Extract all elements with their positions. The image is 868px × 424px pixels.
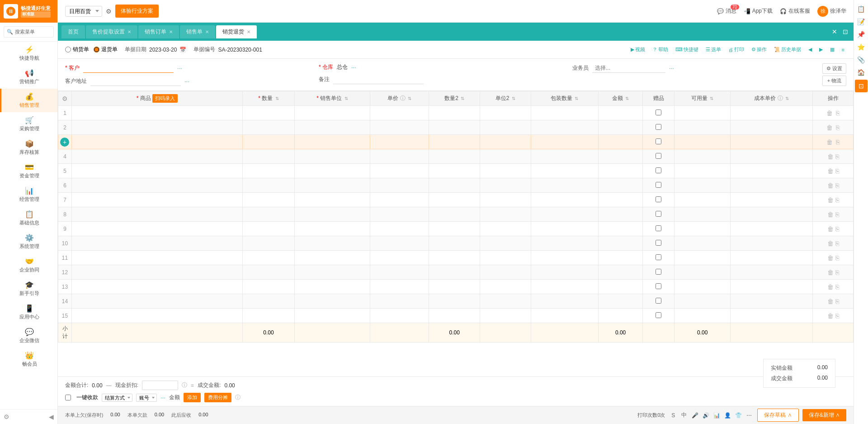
add-row-cell[interactable]: + (58, 135, 72, 149)
online-service-button[interactable]: 🎧 在线客服 (780, 7, 810, 15)
print-btn[interactable]: 🖨 打印 (726, 45, 746, 54)
right-panel-btn-1[interactable]: 📋 (856, 4, 867, 14)
row-1-amount[interactable] (598, 106, 642, 120)
collapse-btn[interactable]: ◀ (49, 413, 54, 420)
row-1-qty[interactable] (242, 106, 294, 120)
row-3-qty2[interactable] (429, 135, 480, 149)
available-sort-icon[interactable]: ⇅ (710, 96, 713, 101)
price-sort-icon[interactable]: ⇅ (408, 96, 411, 101)
row-3-gift[interactable] (643, 135, 675, 149)
sidebar-item-inventory[interactable]: 📦 库存核算 (0, 136, 57, 159)
message-button[interactable]: 💬 消息 70 (717, 7, 736, 15)
tab-sales-close[interactable]: ✕ (205, 29, 209, 34)
video-btn[interactable]: ▶ 视频 (629, 45, 647, 54)
sidebar-item-wechat[interactable]: 💬 企业微信 (0, 324, 57, 348)
row-1-price[interactable] (370, 106, 429, 120)
tab-price-extract[interactable]: 售价提取设置 ✕ (86, 25, 137, 38)
cost-sort-icon[interactable]: ⇅ (785, 96, 789, 101)
save-new-btn[interactable]: 保存&新增 ∧ (802, 409, 846, 421)
row-11-copy-btn[interactable]: ⎘ (835, 253, 840, 262)
row-5-delete-btn[interactable]: 🗑 (826, 167, 835, 176)
row-2-cost-price[interactable] (731, 120, 813, 135)
row-2-qty2[interactable] (429, 120, 480, 135)
experience-button[interactable]: 体验行业方案 (115, 5, 159, 18)
row-1-pack-qty[interactable] (531, 106, 598, 120)
row-2-qty[interactable] (242, 120, 294, 135)
operation-btn[interactable]: ⚙ 操作 (750, 45, 769, 54)
unit2-sort-icon[interactable]: ⇅ (512, 96, 515, 101)
settings-side-btn[interactable]: ⚙ 设置 (822, 63, 846, 74)
row-2-gift[interactable] (643, 120, 675, 135)
search-menu-button[interactable]: 🔍 搜索菜单 (4, 26, 54, 38)
th-gear[interactable]: ⚙ (58, 91, 72, 106)
row-14-copy-btn[interactable]: ⎘ (835, 297, 840, 306)
row-6-delete-btn[interactable]: 🗑 (826, 181, 835, 190)
row-4-copy-btn[interactable]: ⎘ (835, 152, 840, 161)
settings-bottom-btn[interactable]: ⚙ (4, 413, 9, 420)
row-6-copy-btn[interactable]: ⎘ (835, 181, 840, 190)
address-input[interactable] (90, 76, 181, 86)
amount-sort-icon[interactable]: ⇅ (625, 96, 629, 101)
row-2-product[interactable] (72, 120, 243, 135)
sidebar-item-sales[interactable]: 💰 销售管理 (0, 89, 57, 112)
tab-home[interactable]: 首页 (61, 25, 85, 38)
row-12-copy-btn[interactable]: ⎘ (835, 268, 840, 277)
row-2-pack-qty[interactable] (531, 120, 598, 135)
sidebar-item-newbie[interactable]: 🎓 新手引导 (0, 277, 57, 300)
row-15-delete-btn[interactable]: 🗑 (826, 311, 835, 320)
settlement-select[interactable]: 结算方式 (102, 394, 132, 402)
qty2-sort-icon[interactable]: ⇅ (461, 96, 464, 101)
row-3-available[interactable] (675, 135, 731, 149)
staff-input[interactable] (592, 63, 665, 73)
date-icon[interactable]: 📅 (179, 47, 186, 53)
row-2-unit2[interactable] (480, 120, 531, 135)
add-row-btn[interactable]: + (60, 138, 69, 147)
row-8-copy-btn[interactable]: ⎘ (835, 210, 840, 219)
right-panel-btn-6[interactable]: 🏠 (856, 67, 867, 78)
row-1-available[interactable] (675, 106, 731, 120)
user-info[interactable]: 徐 徐泽华 (817, 6, 846, 17)
row-1-qty2[interactable] (429, 106, 480, 120)
sidebar-item-operations[interactable]: 📊 经营管理 (0, 183, 57, 206)
row-3-cost-price[interactable] (731, 135, 813, 149)
row-2-unit[interactable] (295, 120, 370, 135)
row-3-delete-btn[interactable]: 🗑 (826, 138, 834, 147)
right-panel-btn-4[interactable]: ⭐ (856, 42, 867, 52)
row-11-delete-btn[interactable]: 🗑 (826, 253, 835, 262)
app-download-button[interactable]: 📲 App下载 (744, 7, 773, 15)
tab-expand-btn[interactable]: ⊡ (841, 27, 850, 36)
row-4-delete-btn[interactable]: 🗑 (826, 152, 835, 161)
row-12-delete-btn[interactable]: 🗑 (826, 268, 835, 277)
row-15-copy-btn[interactable]: ⎘ (835, 311, 840, 320)
unit-sort-icon[interactable]: ⇅ (344, 96, 348, 101)
row-2-price[interactable] (370, 120, 429, 135)
radio-sales[interactable] (65, 47, 71, 52)
row-10-copy-btn[interactable]: ⎘ (835, 239, 840, 248)
logistics-btn[interactable]: + 物流 (822, 76, 846, 86)
sidebar-item-member[interactable]: 👑 畅会员 (0, 348, 57, 371)
row-1-gift[interactable] (643, 106, 675, 120)
remark-input[interactable] (333, 75, 424, 84)
row-2-available[interactable] (675, 120, 731, 135)
row-1-cost-price[interactable] (731, 106, 813, 120)
row-3-price[interactable] (370, 135, 429, 149)
header-gear-button[interactable]: ⚙ (106, 8, 112, 15)
pack-sort-icon[interactable]: ⇅ (575, 96, 578, 101)
tab-sales-return[interactable]: 销货退货 ✕ (216, 25, 257, 38)
row-8-delete-btn[interactable]: 🗑 (826, 210, 835, 219)
scan-input-btn[interactable]: 扫码录入 (152, 94, 178, 103)
row-1-product[interactable] (72, 106, 243, 120)
row-14-delete-btn[interactable]: 🗑 (826, 297, 835, 306)
row-3-product[interactable] (72, 135, 243, 149)
tab-sales-order-close[interactable]: ✕ (169, 29, 173, 34)
sidebar-item-app-center[interactable]: 📱 应用中心 (0, 300, 57, 324)
tab-sales-order[interactable]: 销售订单 ✕ (138, 25, 179, 38)
row-7-delete-btn[interactable]: 🗑 (826, 195, 835, 205)
sidebar-item-marketing[interactable]: 📢 营销推广 (0, 65, 57, 89)
history-btn[interactable]: 📜 历史单据 (772, 45, 803, 54)
row-2-copy-btn[interactable]: ⎘ (835, 123, 840, 132)
tab-close-all-btn[interactable]: ✕ (830, 27, 839, 36)
row-1-unit2[interactable] (480, 106, 531, 120)
add-payment-btn[interactable]: 添加 (184, 393, 201, 402)
tab-sales-return-close[interactable]: ✕ (247, 29, 250, 34)
